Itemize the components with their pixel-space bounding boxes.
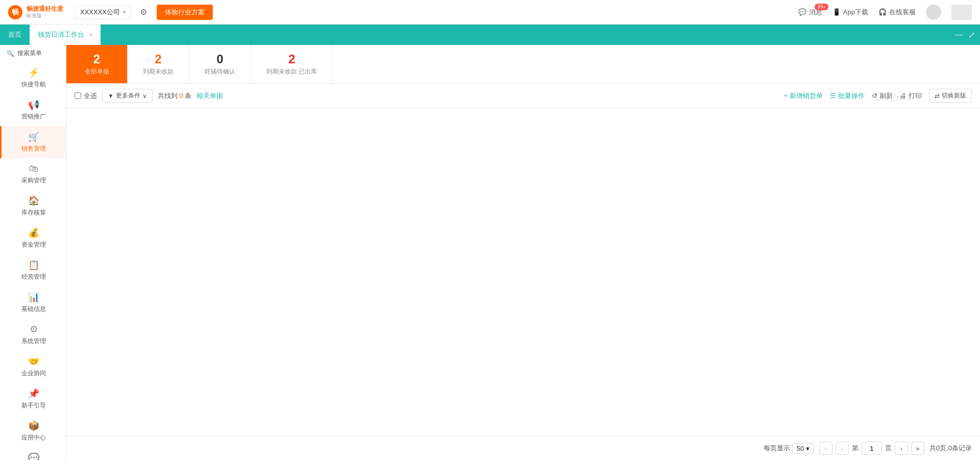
found-count: 0 (180, 92, 183, 100)
nav-tabs-bar: 首页 钱货日清工作台 × — ⤢ (0, 25, 980, 45)
print-button[interactable]: 🖨 打印 (900, 91, 922, 101)
marketing-label: 营销推广 (21, 112, 46, 121)
capital-label: 资金管理 (21, 240, 46, 249)
stat-not-shipped-num: 2 (288, 52, 295, 66)
toolbar-right: + 新增销货单 ☰ 批量操作 ↺ 刷新 🖨 打印 ⇄ 切换新版 (784, 89, 972, 103)
tab-active[interactable]: 钱货日清工作台 × (30, 25, 101, 45)
basic-info-label: 基础信息 (21, 305, 46, 313)
online-service-button[interactable]: 🎧 在线客服 (878, 8, 916, 17)
message-icon: 💬 (798, 8, 806, 16)
refresh-icon: ↺ (872, 92, 877, 100)
page-label-suffix: 页 (885, 444, 892, 453)
stat-pending-num: 0 (216, 52, 223, 66)
settings-button[interactable]: ⚙ (136, 5, 151, 19)
select-all-input[interactable] (75, 92, 81, 99)
tab-home[interactable]: 首页 (0, 25, 30, 45)
stat-overdue-not-shipped[interactable]: 2 到期未收款 已出库 (251, 45, 333, 83)
logo-sub: 标准版 (27, 13, 63, 19)
prev-page-button[interactable]: ‹ (836, 442, 849, 455)
sidebar-item-enterprise[interactable]: 🤝 企业协同 (0, 351, 66, 383)
filter-button[interactable]: ▼ 更多条件 ∨ (102, 89, 153, 103)
sidebar-item-sys-mgmt[interactable]: ⚙ 系统管理 (0, 319, 66, 351)
batch-label: 批量操作 (838, 91, 865, 101)
batch-operation-button[interactable]: ☰ 批量操作 (830, 91, 865, 101)
sidebar-item-quick-nav[interactable]: ⚡ 快捷导航 (0, 62, 66, 94)
avatar-name[interactable] (951, 5, 972, 20)
app-download-button[interactable]: 📱 App下载 (832, 8, 868, 17)
basic-info-icon: 📊 (28, 292, 39, 303)
sidebar-item-marketing[interactable]: 📢 营销推广 (0, 94, 66, 126)
print-label: 打印 (909, 91, 922, 101)
company-name: XXXXXX公司 (80, 8, 120, 17)
inventory-label: 库存核算 (21, 208, 46, 217)
refresh-button[interactable]: ↺ 刷新 (872, 91, 893, 101)
stat-all-num: 2 (93, 52, 100, 66)
page-size-selector: 每页显示 50 ▾ (764, 443, 814, 454)
sidebar: 🔍 搜索菜单 ⚡ 快捷导航 📢 营销推广 🛒 销售管理 🛍 采购管理 🏠 库存核… (0, 45, 66, 460)
filter-icon: ▼ (108, 92, 114, 100)
stat-pending-confirm[interactable]: 0 旺辅待确认 (189, 45, 251, 83)
messages-badge: 99+ (815, 4, 828, 10)
app-download-label: App下载 (843, 8, 868, 17)
next-page-button[interactable]: › (895, 442, 908, 455)
table-area (66, 108, 980, 436)
tab-minimize-icon[interactable]: — (955, 30, 963, 39)
quick-nav-label: 快捷导航 (21, 80, 46, 89)
active-tab-label: 钱货日清工作台 (38, 30, 84, 39)
add-sales-button[interactable]: + 新增销货单 (784, 91, 823, 101)
operations-icon: 📋 (28, 259, 39, 271)
last-page-button[interactable]: » (911, 442, 924, 455)
related-records-link[interactable]: 相关单据 (197, 91, 223, 101)
sidebar-search[interactable]: 🔍 搜索菜单 (0, 45, 66, 62)
page-number-input[interactable] (862, 442, 882, 455)
sidebar-item-enterprise-wx[interactable]: 💬 企业微信 (0, 447, 66, 460)
logo-icon: 畅 (8, 5, 22, 19)
select-all-checkbox[interactable]: 全选 (75, 91, 97, 101)
select-arrow: ▾ (806, 445, 810, 452)
pagination-bar: 每页显示 50 ▾ « ‹ 第 页 › » 共0页,0条记录 (66, 436, 980, 460)
sidebar-item-operations[interactable]: 📋 经营管理 (0, 254, 66, 286)
sidebar-item-capital[interactable]: 💰 资金管理 (0, 222, 66, 254)
batch-icon: ☰ (830, 92, 836, 100)
per-page-label: 每页显示 (764, 444, 790, 453)
sidebar-item-app-center[interactable]: 📦 应用中心 (0, 415, 66, 447)
purchase-label: 采购管理 (21, 176, 46, 185)
enterprise-wx-icon: 💬 (28, 452, 39, 460)
top-header: 畅 畅捷通好生意 标准版 XXXXXX公司 ▾ ⚙ 体验行业方案 💬 消息 99… (0, 0, 980, 25)
sidebar-item-basic-info[interactable]: 📊 基础信息 (0, 286, 66, 319)
per-page-select[interactable]: 50 ▾ (792, 443, 814, 454)
stat-overdue-label: 到期未收款 (143, 67, 174, 76)
company-selector[interactable]: XXXXXX公司 ▾ (75, 5, 131, 19)
tab-maximize-icon[interactable]: ⤢ (968, 30, 975, 40)
messages-button[interactable]: 💬 消息 99+ (798, 8, 822, 17)
trial-button[interactable]: 体验行业方案 (157, 5, 213, 20)
company-dropdown-arrow: ▾ (123, 9, 126, 15)
total-records-label: 共0页,0条记录 (929, 444, 972, 453)
sidebar-item-inventory[interactable]: 🏠 库存核算 (0, 190, 66, 222)
newbie-icon: 📌 (28, 388, 39, 399)
switch-version-button[interactable]: ⇄ 切换新版 (929, 89, 972, 103)
enterprise-label: 企业协同 (21, 369, 46, 378)
sidebar-item-sales[interactable]: 🛒 销售管理 (0, 126, 66, 158)
switch-label: 切换新版 (942, 91, 966, 100)
first-page-button[interactable]: « (819, 442, 832, 455)
tab-close-icon[interactable]: × (89, 32, 92, 38)
enterprise-icon: 🤝 (28, 356, 39, 367)
inventory-icon: 🏠 (28, 195, 39, 206)
stat-all-label: 全部单据 (85, 67, 109, 76)
stat-all[interactable]: 2 全部单据 (66, 45, 128, 83)
sidebar-item-purchase[interactable]: 🛍 采购管理 (0, 158, 66, 190)
filter-arrow: ∨ (142, 92, 147, 100)
capital-icon: 💰 (28, 227, 39, 238)
add-label: + 新增销货单 (784, 91, 823, 101)
main-layout: 🔍 搜索菜单 ⚡ 快捷导航 📢 营销推广 🛒 销售管理 🛍 采购管理 🏠 库存核… (0, 45, 980, 460)
toolbar-left: 全选 ▼ 更多条件 ∨ 共找到 0 条 相关单据 (75, 89, 223, 103)
app-center-icon: 📦 (28, 420, 39, 431)
sidebar-item-newbie[interactable]: 📌 新手引导 (0, 383, 66, 415)
avatar[interactable] (926, 5, 941, 20)
home-label: 首页 (8, 30, 21, 39)
operations-label: 经营管理 (21, 273, 46, 281)
filter-label: 更多条件 (116, 91, 140, 100)
stat-overdue-uncollected[interactable]: 2 到期未收款 (128, 45, 189, 83)
page-label-prefix: 第 (852, 444, 859, 453)
